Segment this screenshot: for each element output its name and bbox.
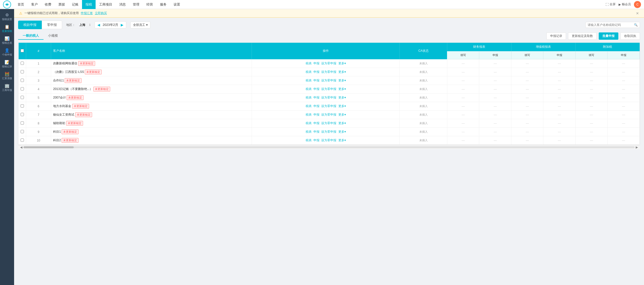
- nav-service[interactable]: 服务: [156, 0, 170, 9]
- op-set-zero[interactable]: 设为零申报: [321, 79, 336, 82]
- nav-settings[interactable]: 设置: [170, 0, 184, 9]
- nav-accounting[interactable]: 记账: [68, 0, 82, 9]
- update-fetch-button[interactable]: 更新核定及取数: [568, 32, 597, 40]
- row-checkbox[interactable]: [21, 62, 24, 65]
- buy-now-link[interactable]: 立即购买: [95, 11, 107, 15]
- row-checkbox[interactable]: [21, 121, 24, 125]
- op-declare[interactable]: 申报: [313, 130, 319, 133]
- op-more[interactable]: 更多▾: [338, 62, 346, 65]
- date-prev-button[interactable]: ◀: [97, 23, 100, 27]
- nav-business[interactable]: 工商项目: [96, 0, 116, 9]
- row-checkbox[interactable]: [21, 138, 24, 142]
- op-more[interactable]: 更多▾: [338, 104, 346, 108]
- date-next-button[interactable]: ▶: [121, 23, 124, 27]
- op-tax-table[interactable]: 税表: [306, 121, 312, 125]
- op-set-zero[interactable]: 设为零申报: [321, 96, 336, 99]
- user-avatar[interactable]: C: [634, 1, 641, 8]
- sidebar-item-personal-tax[interactable]: 👤 个税申报: [0, 46, 14, 58]
- op-declare[interactable]: 申报: [313, 121, 319, 125]
- sidebar-item-batch-tax[interactable]: 📋 批量报税: [0, 23, 14, 35]
- record-button[interactable]: 申报记录: [546, 32, 566, 40]
- op-more[interactable]: 更多▾: [338, 113, 346, 116]
- horizontal-scrollbar[interactable]: ◀ ▶: [18, 145, 640, 149]
- op-more[interactable]: 更多▾: [338, 87, 346, 91]
- op-set-zero[interactable]: 设为零申报: [321, 70, 336, 74]
- nav-manage[interactable]: 管理: [129, 0, 143, 9]
- op-declare[interactable]: 申报: [313, 87, 319, 91]
- row-checkbox[interactable]: [21, 104, 24, 108]
- op-tax-table[interactable]: 税表: [306, 138, 312, 142]
- fullscreen-button[interactable]: ⛶ 全屏: [606, 2, 616, 7]
- status-badge: 未更新核定: [65, 78, 82, 83]
- finance-declare-cell: —: [479, 119, 511, 128]
- op-tax-table[interactable]: 税表: [306, 70, 312, 74]
- nav-home[interactable]: 首页: [14, 0, 28, 9]
- op-more[interactable]: 更多▾: [338, 79, 346, 82]
- op-tax-table[interactable]: 税表: [306, 96, 312, 99]
- op-set-zero[interactable]: 设为零申报: [321, 87, 336, 91]
- tab-small-scale[interactable]: 小规模: [44, 32, 62, 40]
- sidebar-item-annual-settlement[interactable]: 🧮 汇算清缴: [0, 70, 14, 82]
- member-button[interactable]: ▶ 畅会员: [619, 2, 631, 7]
- operation-cell: 税表 申报 设为零申报 更多▾: [252, 59, 400, 68]
- op-tax-table[interactable]: 税表: [306, 62, 312, 65]
- op-declare[interactable]: 申报: [313, 104, 319, 108]
- op-set-zero[interactable]: 设为零申报: [321, 138, 336, 142]
- tab-tax-declaration[interactable]: 税款申报: [18, 21, 42, 29]
- op-declare[interactable]: 申报: [313, 79, 319, 82]
- op-tax-table[interactable]: 税表: [306, 79, 312, 82]
- op-set-zero[interactable]: 设为零申报: [321, 62, 336, 65]
- search-input[interactable]: [588, 23, 633, 27]
- nav-message[interactable]: 消息: [116, 0, 129, 9]
- nav-tax[interactable]: 报税: [82, 0, 96, 9]
- op-declare[interactable]: 申报: [313, 138, 319, 142]
- op-declare[interactable]: 申报: [313, 96, 319, 99]
- nav-customer[interactable]: 客户: [28, 0, 41, 9]
- scroll-left-arrow[interactable]: ◀: [19, 146, 23, 149]
- op-more[interactable]: 更多▾: [338, 138, 346, 142]
- row-checkbox[interactable]: [21, 130, 24, 133]
- retrieve-button[interactable]: 收取回执: [620, 32, 640, 40]
- nav-billing[interactable]: 收费: [41, 0, 55, 9]
- op-tax-table[interactable]: 税表: [306, 104, 312, 108]
- tab-general-taxpayer[interactable]: 一般的税人: [18, 32, 44, 40]
- sidebar-item-tax-records[interactable]: 📝 报税记录: [0, 58, 14, 70]
- row-checkbox[interactable]: [21, 87, 24, 90]
- op-set-zero[interactable]: 设为零申报: [321, 121, 336, 125]
- op-more[interactable]: 更多▾: [338, 130, 346, 133]
- row-checkbox[interactable]: [21, 79, 24, 82]
- sidebar-item-tax-overview[interactable]: 📊 报税总览: [0, 35, 14, 46]
- batch-declare-button[interactable]: 批量申报: [599, 32, 618, 40]
- op-tax-table[interactable]: 税表: [306, 87, 312, 91]
- row-checkbox[interactable]: [21, 96, 24, 99]
- scroll-right-arrow[interactable]: ▶: [635, 146, 639, 149]
- scroll-thumb[interactable]: [23, 146, 74, 148]
- op-tax-table[interactable]: 税表: [306, 130, 312, 133]
- op-set-zero[interactable]: 设为零申报: [321, 130, 336, 133]
- staff-selector[interactable]: 全部员工 ▾: [130, 22, 150, 28]
- row-checkbox[interactable]: [21, 113, 24, 116]
- op-set-zero[interactable]: 设为零申报: [321, 104, 336, 108]
- op-more[interactable]: 更多▾: [338, 121, 346, 125]
- banner-close-button[interactable]: ✕: [636, 11, 639, 15]
- sidebar-item-tax-settings[interactable]: ⚙ 报税设置: [0, 11, 14, 23]
- status-badge: 未更新核定: [93, 87, 110, 91]
- op-tax-table[interactable]: 税表: [306, 113, 312, 116]
- region-info-icon[interactable]: ℹ: [89, 23, 91, 27]
- vat-declare-cell: —: [543, 59, 575, 68]
- report-link[interactable]: 申报汇签: [81, 11, 93, 15]
- op-declare[interactable]: 申报: [313, 62, 319, 65]
- op-more[interactable]: 更多▾: [338, 70, 346, 74]
- op-declare[interactable]: 申报: [313, 70, 319, 74]
- sidebar-item-annual-report[interactable]: 🏢 工商年报: [0, 82, 14, 94]
- tab-zero-declaration[interactable]: 零申报: [42, 21, 62, 29]
- search-icon[interactable]: 🔍: [634, 23, 638, 27]
- row-checkbox[interactable]: [21, 70, 24, 73]
- personal-tax-icon: 👤: [5, 49, 10, 53]
- nav-operation[interactable]: 经营: [143, 0, 156, 9]
- op-more[interactable]: 更多▾: [338, 96, 346, 99]
- nav-invoice[interactable]: 票据: [55, 0, 68, 9]
- op-declare[interactable]: 申报: [313, 113, 319, 116]
- select-all-checkbox[interactable]: [21, 49, 24, 52]
- op-set-zero[interactable]: 设为零申报: [321, 113, 336, 116]
